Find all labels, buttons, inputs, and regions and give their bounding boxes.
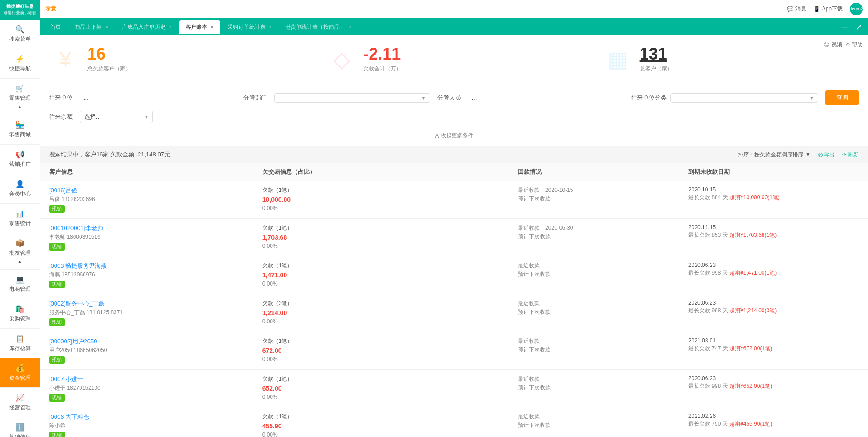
sidebar-item-label: 资金管理 (9, 374, 31, 382)
close-icon[interactable]: × (349, 25, 351, 30)
filter-label-category: 往来单位分类 (631, 94, 667, 102)
filter-input-manager[interactable]: ... (468, 92, 624, 103)
export-btn[interactable]: ◎ 导出 (818, 151, 835, 159)
tab-product-listing[interactable]: 商品上下架 × (68, 20, 115, 34)
collapse-bar[interactable]: ⋀ 收起更多条件 (49, 129, 859, 142)
customer-name-link[interactable]: [0003]畅捷服务尹海燕 (49, 262, 262, 270)
overdue-link[interactable]: 超期¥10,000.00(1笔) (729, 194, 780, 201)
debt-amount[interactable]: 672.00 (262, 347, 518, 354)
stat-label-total: 总客户（家） (640, 65, 672, 73)
customer-name-link[interactable]: [0016]吕俊 (49, 186, 262, 195)
sidebar-item-基础信息[interactable]: ℹ️基础信息 (0, 417, 40, 437)
sidebar-item-label: 零售管理 (9, 95, 31, 102)
sidebar-item-零售统计[interactable]: 📊零售统计 (0, 204, 40, 233)
overdue-link[interactable]: 超期¥652.00(1笔) (729, 383, 772, 389)
minimize-btn[interactable]: — (838, 22, 851, 32)
sidebar-item-采购管理[interactable]: 🛍️采购管理 (0, 299, 40, 329)
sidebar-item-label: 快捷导航 (9, 65, 31, 73)
filter-select-category[interactable]: ▼ (670, 93, 818, 103)
sidebar-item-会员中心[interactable]: 👤会员中心 (0, 174, 40, 204)
close-icon[interactable]: × (211, 25, 214, 30)
debt-amount[interactable]: 1,703.68 (262, 234, 518, 241)
filter-select-balance[interactable]: 选择... ▼ (80, 111, 153, 123)
due-date: 2020.11.15 (688, 224, 859, 231)
close-icon[interactable]: × (105, 25, 108, 30)
overdue-info: 最长欠款 998 天 超期¥652.00(1笔) (688, 382, 859, 390)
overdue-link[interactable]: 超期¥672.00(1笔) (729, 345, 772, 352)
customer-name-link[interactable]: [0002]服务中心_丁磊 (49, 300, 262, 308)
return-label: 最近收款 (518, 337, 688, 345)
sidebar-item-零售管理[interactable]: 🛒零售管理▲ (0, 79, 40, 115)
filter-select-dept[interactable]: ▼ (274, 93, 430, 103)
sidebar-item-资金管理[interactable]: 💰资金管理 (0, 358, 40, 388)
sidebar: 畅捷通好生意 母婴行业演示账套 🔍搜索菜单⚡快捷导航🛒零售管理▲🏪零售商城📢营销… (0, 0, 40, 437)
return-cell: 最近收款 预计下次收款 (518, 413, 688, 429)
customer-name-link[interactable]: [0007]小进干 (49, 375, 262, 383)
chevron-down-icon-3: ▼ (144, 115, 149, 120)
date-cell: 2020.06.23 最长欠款 998 天 超期¥652.00(1笔) (688, 375, 859, 390)
sidebar-item-批发管理[interactable]: 📦批发管理▲ (0, 233, 40, 270)
sidebar-item-库存核算[interactable]: 📋库存核算 (0, 329, 40, 358)
debt-amount[interactable]: 10,000.00 (262, 196, 518, 203)
close-icon[interactable]: × (169, 25, 172, 30)
return-next: 预计下次收款 (518, 233, 688, 241)
tab-product-history[interactable]: 产成品入库单历史 × (115, 20, 178, 34)
overdue-link[interactable]: 超期¥1,703.68(1笔) (729, 232, 777, 238)
filter-row-1: 往来单位 ... 分管部门 ▼ 分管人员 ... (49, 90, 859, 105)
sidebar-item-营销推广[interactable]: 📢营销推广 (0, 145, 40, 174)
sidebar-icon: ℹ️ (15, 423, 25, 432)
customer-name-link[interactable]: [0006]去下粮仓 (49, 413, 262, 421)
filter-input-vendor[interactable]: ... (80, 92, 236, 103)
tab-customer-account[interactable]: 客户账本 × (179, 20, 220, 34)
tab-purchase-order[interactable]: 采购订单统计表 × (221, 20, 278, 34)
search-button[interactable]: 查询 (825, 90, 859, 105)
app-download-btn[interactable]: 📱 App下载 (813, 5, 843, 13)
overdue-link[interactable]: 超期¥1,471.00(1笔) (729, 270, 777, 276)
customer-name-link[interactable]: [000002]用户2050 (49, 337, 262, 346)
sidebar-item-零售商城[interactable]: 🏪零售商城 (0, 115, 40, 145)
due-date: 2020.06.23 (688, 262, 859, 268)
overdue-link[interactable]: 超期¥1,214.00(3笔) (729, 307, 777, 314)
debt-count: 欠款（3笔） (262, 300, 518, 307)
overdue-link[interactable]: 超期¥455.90(1笔) (729, 421, 772, 427)
due-date: 2020.06.23 (688, 300, 859, 306)
customer-phone: 服务中心_丁磊 181 0125 8371 (49, 309, 262, 316)
refresh-btn[interactable]: ⟳ 刷新 (842, 151, 859, 159)
sidebar-item-label: 库存核算 (9, 345, 31, 352)
message-icon: 💬 (787, 6, 793, 12)
debt-percent: 0.00% (262, 432, 518, 437)
main-area: 示意 💬 消息 📱 App下载 demo2 首页 商品上下架 × (40, 0, 868, 437)
return-cell: 最近收款 2020-06-30 预计下次收款 (518, 224, 688, 241)
maximize-btn[interactable]: ⤢ (853, 22, 864, 32)
table-row: [0016]吕俊 吕俊 13026203696 现销 欠款（1笔） 10,000… (40, 181, 868, 219)
table-row: [0007]小进干 小进干 18279152100 现销 欠款（1笔） 652.… (40, 370, 868, 407)
return-label: 最近收款 2020-06-30 (518, 224, 688, 232)
sidebar-item-搜索菜单[interactable]: 🔍搜索菜单 (0, 20, 40, 49)
due-date: 2020.10.15 (688, 186, 859, 193)
sidebar-icon: ⚡ (15, 55, 25, 63)
user-menu[interactable]: demo2 (850, 3, 863, 15)
chevron-down-icon-sort: ▼ (805, 151, 811, 158)
tab-purchase-stats[interactable]: 进货单统计表（按商品） × (279, 20, 358, 34)
filter-select-balance-value: 选择... (84, 113, 101, 121)
return-cell: 最近收款 2020-10-15 预计下次收款 (518, 186, 688, 203)
message-btn[interactable]: 💬 消息 (787, 5, 806, 13)
debt-amount[interactable]: 652.00 (262, 385, 518, 392)
help-link[interactable]: ⊙ 帮助 (846, 41, 863, 49)
debt-amount[interactable]: 1,214.00 (262, 309, 518, 316)
customer-name-link[interactable]: [0001020001]李老师 (49, 224, 262, 232)
sort-selector[interactable]: 排序：按欠款金额倒序排序 ▼ (738, 151, 811, 159)
return-next: 预计下次收款 (518, 346, 688, 354)
stats-row: ¥ 16 总欠款客户（家） ◇ -2.11 欠款合计（万） ▦ 131 总客户（… (40, 35, 868, 83)
sidebar-item-快捷导航[interactable]: ⚡快捷导航 (0, 49, 40, 79)
debt-amount[interactable]: 455.90 (262, 422, 518, 430)
debt-amount[interactable]: 1,471.00 (262, 271, 518, 279)
video-link[interactable]: ◎ 视频 (824, 41, 842, 49)
sidebar-item-电商管理[interactable]: 💻电商管理 (0, 270, 40, 299)
filter-dots-manager: ... (472, 94, 477, 101)
tab-home[interactable]: 首页 (44, 20, 67, 34)
sidebar-item-label: 基础信息 (9, 433, 31, 437)
close-icon[interactable]: × (269, 25, 272, 30)
stat-label-customers: 总欠款客户（家） (87, 65, 131, 73)
sidebar-item-经营管理[interactable]: 📈经营管理 (0, 388, 40, 417)
